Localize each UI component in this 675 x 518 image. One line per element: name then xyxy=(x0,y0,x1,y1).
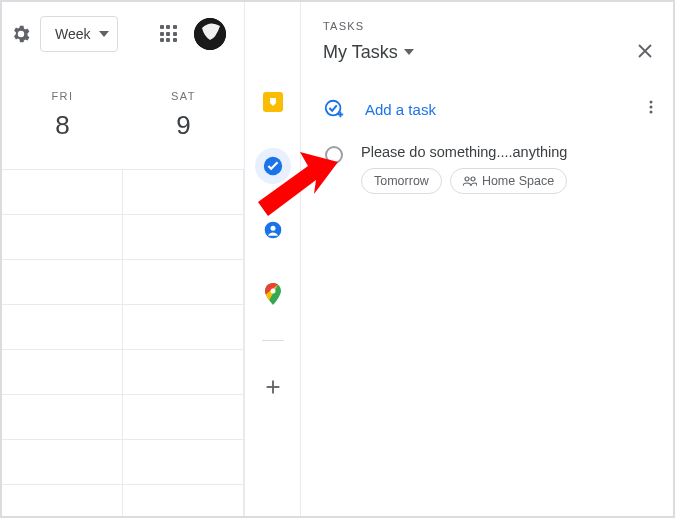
svg-point-9 xyxy=(465,177,469,181)
svg-point-10 xyxy=(471,177,475,181)
day-number: 8 xyxy=(18,110,108,141)
topbar: Week xyxy=(2,2,244,66)
tasks-header: My Tasks xyxy=(323,36,659,68)
keep-icon[interactable] xyxy=(255,84,291,120)
svg-point-8 xyxy=(650,111,653,114)
dow-label: SAT xyxy=(139,90,229,102)
tasks-icon[interactable] xyxy=(255,148,291,184)
task-item[interactable]: Please do something....anything Tomorrow… xyxy=(325,144,659,194)
day-column-sat[interactable]: SAT 9 xyxy=(139,90,229,141)
tasks-list-name: My Tasks xyxy=(323,42,398,63)
view-label: Week xyxy=(55,26,91,42)
time-grid[interactable] xyxy=(2,169,244,516)
contacts-icon[interactable] xyxy=(255,212,291,248)
people-icon xyxy=(463,176,477,186)
chevron-down-icon xyxy=(404,47,414,57)
calendar-panel: Week FRI 8 SAT 9 xyxy=(2,2,245,516)
task-checkbox[interactable] xyxy=(325,146,343,164)
add-task-row: Add a task xyxy=(323,98,659,120)
task-chips: Tomorrow Home Space xyxy=(361,168,567,194)
dow-label: FRI xyxy=(18,90,108,102)
add-task-icon xyxy=(323,98,345,120)
settings-icon[interactable] xyxy=(10,23,32,45)
tasks-panel: TASKS My Tasks Add a task Please do some… xyxy=(301,2,673,516)
more-icon[interactable] xyxy=(643,99,659,119)
apps-icon[interactable] xyxy=(160,25,178,43)
svg-point-3 xyxy=(270,226,275,231)
add-task-label: Add a task xyxy=(365,101,436,118)
chevron-down-icon xyxy=(99,29,109,39)
tasks-section-label: TASKS xyxy=(323,20,659,32)
day-header: FRI 8 SAT 9 xyxy=(2,66,244,141)
day-column-fri[interactable]: FRI 8 xyxy=(18,90,108,141)
svg-point-6 xyxy=(650,101,653,104)
svg-point-4 xyxy=(270,289,275,294)
side-addons-bar xyxy=(245,2,301,516)
task-title: Please do something....anything xyxy=(361,144,567,160)
separator xyxy=(262,340,284,341)
account-avatar[interactable] xyxy=(194,18,226,50)
maps-icon[interactable] xyxy=(255,276,291,312)
close-icon[interactable] xyxy=(631,36,659,68)
svg-point-5 xyxy=(326,101,341,116)
view-switcher[interactable]: Week xyxy=(40,16,118,52)
task-body: Please do something....anything Tomorrow… xyxy=(361,144,567,194)
add-task-button[interactable]: Add a task xyxy=(323,98,436,120)
svg-point-7 xyxy=(650,106,653,109)
tasks-list-selector[interactable]: My Tasks xyxy=(323,42,414,63)
day-number: 9 xyxy=(139,110,229,141)
chip-space[interactable]: Home Space xyxy=(450,168,567,194)
chip-date[interactable]: Tomorrow xyxy=(361,168,442,194)
add-addon-icon[interactable] xyxy=(255,369,291,405)
